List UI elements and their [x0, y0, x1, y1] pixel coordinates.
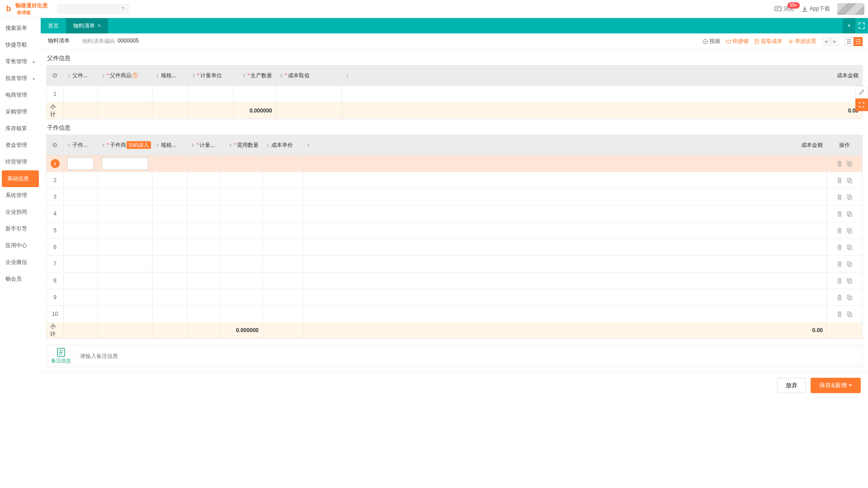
sidebar-item-wholesale[interactable]: 批发管理▸	[0, 70, 41, 87]
cell[interactable]	[220, 172, 263, 188]
delete-row-button[interactable]	[837, 311, 842, 317]
cell[interactable]	[64, 272, 98, 289]
sidebar-item-member[interactable]: 畅会员	[0, 271, 41, 287]
fullscreen-button[interactable]	[855, 18, 868, 33]
cell[interactable]	[263, 239, 303, 255]
th-parent-product[interactable]: ▲▼*父件商品?	[98, 66, 152, 85]
view-list-button[interactable]	[844, 37, 854, 46]
cell[interactable]	[98, 172, 152, 188]
th-parent-code[interactable]: ▲▼父件...	[64, 66, 98, 85]
cell[interactable]	[152, 155, 188, 172]
child-row[interactable]: 8	[47, 272, 862, 289]
th-gear[interactable]: ⚙	[47, 135, 64, 155]
th-cost-fetch[interactable]: ▲▼*成本取值	[276, 66, 342, 85]
delete-row-button[interactable]	[837, 161, 842, 167]
sidebar-item-basic-info[interactable]: 基础信息	[2, 170, 39, 187]
th-spec[interactable]: ▲▼规格...	[152, 66, 189, 85]
copy-row-button[interactable]	[847, 194, 852, 200]
cell[interactable]	[263, 272, 303, 289]
cell[interactable]	[220, 289, 263, 305]
tabsbar-close-button[interactable]: ×	[843, 18, 855, 33]
prev-button[interactable]: ◀	[822, 38, 830, 46]
messages-button[interactable]: 消息 99+	[774, 5, 794, 13]
cell[interactable]	[98, 256, 152, 272]
sidebar-item-inventory[interactable]: 库存核算	[0, 120, 41, 137]
cell[interactable]	[188, 289, 220, 305]
child-row[interactable]: 4	[47, 206, 862, 222]
cell[interactable]	[303, 306, 827, 322]
parent-row[interactable]: 1	[47, 86, 862, 103]
subtab-bom[interactable]: 物料清单	[46, 33, 71, 49]
sidebar-item-collab[interactable]: 企业协同	[0, 204, 41, 221]
copy-row-button[interactable]	[847, 161, 852, 167]
cell[interactable]	[98, 222, 152, 239]
cell[interactable]	[303, 256, 827, 272]
cell[interactable]	[64, 172, 98, 188]
cell[interactable]	[64, 206, 98, 222]
cell[interactable]	[263, 189, 303, 205]
sidebar-item-retail[interactable]: 零售管理▸	[0, 53, 41, 70]
sidebar-item-apps[interactable]: 应用中心	[0, 237, 41, 254]
child-row[interactable]: 6	[47, 239, 862, 256]
cell[interactable]	[152, 239, 188, 255]
cell[interactable]	[303, 206, 827, 222]
sidebar-item-search[interactable]: 搜索菜单	[0, 20, 41, 37]
cell[interactable]	[303, 189, 827, 205]
cell[interactable]	[220, 239, 263, 255]
sidebar-item-guide[interactable]: 新手引导	[0, 221, 41, 237]
copy-row-button[interactable]	[847, 261, 852, 267]
cell[interactable]	[188, 272, 220, 289]
remarks-input[interactable]	[78, 348, 858, 364]
child-row[interactable]: 10	[47, 306, 862, 322]
cell[interactable]	[64, 256, 98, 272]
cell-input[interactable]	[102, 157, 148, 170]
cell[interactable]	[189, 86, 234, 102]
cell[interactable]	[276, 86, 342, 102]
org-select[interactable]	[57, 4, 129, 14]
scan-input-tag[interactable]: 扫码录入	[127, 141, 151, 149]
cell[interactable]	[263, 206, 303, 222]
cell[interactable]	[152, 222, 188, 239]
cell[interactable]	[152, 206, 188, 222]
cell[interactable]	[98, 155, 152, 172]
cell[interactable]	[64, 289, 98, 305]
view-detail-button[interactable]	[854, 37, 863, 46]
delete-row-button[interactable]	[837, 278, 842, 284]
cell[interactable]	[152, 172, 188, 188]
cell[interactable]	[220, 272, 263, 289]
child-row[interactable]: +	[47, 155, 862, 172]
cell[interactable]	[342, 86, 862, 102]
th-gear[interactable]: ⚙	[47, 66, 64, 85]
cell[interactable]	[98, 86, 152, 102]
cell[interactable]	[98, 306, 152, 322]
cell[interactable]	[303, 172, 827, 188]
cell[interactable]	[188, 239, 220, 255]
sidebar-item-quicknav[interactable]: 快捷导航	[0, 37, 41, 53]
help-icon[interactable]: ?	[132, 73, 138, 78]
shortcut-link[interactable]: 快捷键	[726, 38, 749, 45]
th-unit[interactable]: ▲▼*计量单位	[189, 66, 234, 85]
cell[interactable]	[64, 155, 98, 172]
delete-row-button[interactable]	[837, 228, 842, 234]
cell[interactable]	[98, 189, 152, 205]
sidebar-item-system[interactable]: 系统管理	[0, 187, 41, 204]
tab-home[interactable]: 首页	[41, 18, 66, 33]
avatar[interactable]	[837, 3, 864, 15]
cell[interactable]	[263, 155, 303, 172]
th-qty[interactable]: ▲▼*需用数量	[220, 135, 263, 155]
cell[interactable]	[152, 289, 188, 305]
expand-float-button[interactable]	[855, 99, 868, 111]
save-new-button[interactable]: 保存&新增	[811, 378, 861, 393]
cell[interactable]	[234, 86, 276, 102]
tab-bom[interactable]: 物料清单 ×	[66, 18, 108, 33]
child-row[interactable]: 2	[47, 172, 862, 189]
cell[interactable]	[303, 289, 827, 305]
cell[interactable]	[188, 256, 220, 272]
child-row[interactable]: 7	[47, 256, 862, 272]
cell[interactable]	[220, 306, 263, 322]
cell[interactable]	[220, 189, 263, 205]
doc-setting-link[interactable]: 单据设置	[788, 38, 816, 45]
th-qty[interactable]: ▲▼*生产数量	[234, 66, 276, 85]
cell[interactable]	[64, 86, 98, 102]
copy-row-button[interactable]	[847, 295, 852, 300]
